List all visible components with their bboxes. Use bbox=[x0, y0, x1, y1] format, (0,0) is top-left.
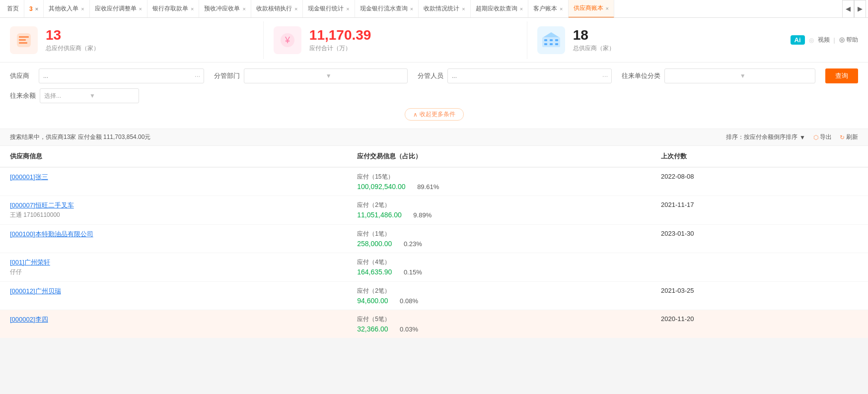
supplier-link-4[interactable]: [001]广州荣轩 bbox=[10, 259, 50, 266]
supplier-input[interactable] bbox=[39, 72, 192, 79]
last-payment-cell-4 bbox=[651, 253, 868, 282]
refresh-icon: ↻ bbox=[840, 134, 845, 141]
dept-chevron-icon: ▼ bbox=[326, 72, 403, 79]
nav-tab-recv-stat-close[interactable]: × bbox=[462, 6, 465, 12]
supplier-link-2[interactable]: [000007]恒旺二手叉车 bbox=[10, 201, 74, 209]
tx-amount-value-5[interactable]: 94,600.00 bbox=[357, 297, 388, 305]
nav-tab-cash-flow-label: 现金银行流水查询 bbox=[360, 4, 408, 13]
nav-tab-cash-flow[interactable]: 现金银行流水查询 × bbox=[355, 0, 419, 18]
nav-tab-other-income[interactable]: 其他收入单 × bbox=[44, 0, 89, 18]
manager-input[interactable] bbox=[448, 72, 599, 79]
query-button[interactable]: 查询 bbox=[825, 68, 858, 83]
table-row: [001]广州荣轩 仔仔 应付（4笔） 164,635.90 0.15% bbox=[0, 253, 868, 282]
tx-amount-value-1[interactable]: 100,092,540.00 bbox=[357, 183, 405, 191]
nav-next-arrow[interactable]: ▶ bbox=[854, 0, 866, 18]
supplier-link-3[interactable]: [000100]本特勤油品有限公司 bbox=[10, 230, 93, 238]
supplier-cell-2: [000007]恒旺二手叉车 王通 17106110000 bbox=[0, 196, 347, 225]
nav-tab-other-income-label: 其他收入单 bbox=[49, 4, 78, 13]
table-header-row: 供应商信息 应付交易信息（占比） 上次付数 bbox=[0, 146, 868, 167]
nav-tab-supplier-book-close[interactable]: × bbox=[606, 5, 609, 11]
table-row: [000001]张三 应付（15笔） 100,092,540.00 89.61%… bbox=[0, 167, 868, 196]
refresh-button[interactable]: ↻ 刷新 bbox=[840, 133, 858, 141]
nav-tab-receipt-verify[interactable]: 收款核销执行 × bbox=[251, 0, 303, 18]
manager-dots-icon[interactable]: ··· bbox=[599, 72, 611, 80]
supplier-dots-icon[interactable]: ··· bbox=[192, 72, 204, 80]
nav-tab-bank-close[interactable]: × bbox=[191, 6, 194, 12]
nav-tab-advance-recv-close[interactable]: × bbox=[242, 6, 245, 12]
table-row: [000002]李四 应付（5笔） 32,366.00 0.03% 2020-1… bbox=[0, 310, 868, 338]
video-link[interactable]: 视频 bbox=[818, 36, 830, 44]
sort-select[interactable]: 排序：按应付余额倒序排序 ▼ bbox=[726, 133, 805, 141]
nav-tab-supplier-book[interactable]: 供应商账本 × bbox=[569, 0, 614, 18]
tx-cell-4: 应付（4笔） 164,635.90 0.15% bbox=[347, 253, 651, 282]
supplier-cell-5: [000012]广州贝瑞 bbox=[0, 282, 347, 310]
nav-tab-cash-stat-close[interactable]: × bbox=[346, 6, 349, 12]
tx-amount-value-3[interactable]: 258,000.00 bbox=[357, 240, 392, 248]
nav-tab-advance-recv-label: 预收冲应收单 bbox=[204, 4, 240, 13]
supplier-input-wrapper[interactable]: ··· bbox=[39, 68, 204, 83]
nav-tab-overdue-close[interactable]: × bbox=[520, 6, 523, 12]
nav-tab-home-label: 首页 bbox=[7, 4, 19, 13]
col-supplier-info: 供应商信息 bbox=[0, 146, 347, 167]
nav-tab-customer-book-close[interactable]: × bbox=[560, 6, 563, 12]
nav-tab-adjustment-close[interactable]: × bbox=[139, 6, 142, 12]
nav-tab-advance-recv[interactable]: 预收冲应收单 × bbox=[199, 0, 251, 18]
tx-label-6: 应付（5笔） bbox=[357, 315, 641, 324]
unit-type-dropdown[interactable]: ▼ bbox=[664, 68, 816, 83]
unit-type-field: 往来单位分类 ▼ bbox=[622, 68, 816, 83]
nav-tab-cash-flow-close[interactable]: × bbox=[410, 6, 413, 12]
data-table: 供应商信息 应付交易信息（占比） 上次付数 [000001]张三 应付（15笔）… bbox=[0, 146, 868, 338]
stat-payable-suppliers-icon bbox=[10, 26, 38, 54]
export-button[interactable]: ⬡ 导出 bbox=[813, 133, 832, 141]
nav-tab-recv-stat[interactable]: 收款情况统计 × bbox=[419, 0, 470, 18]
results-summary: 搜索结果中，供应商13家 应付金额 111,703,854.00元 bbox=[10, 133, 150, 141]
balance-dropdown[interactable]: 选择... ▼ bbox=[40, 88, 139, 103]
dept-dropdown[interactable]: ▼ bbox=[244, 68, 408, 83]
collapse-button[interactable]: ∧ 收起更多条件 bbox=[405, 108, 464, 121]
col-last-payment: 上次付数 bbox=[651, 146, 868, 167]
nav-tab-cash-stat[interactable]: 现金银行统计 × bbox=[303, 0, 355, 18]
nav-tab-bank[interactable]: 银行存取款单 × bbox=[147, 0, 199, 18]
nav-tab-adjustment[interactable]: 应收应付调整单 × bbox=[90, 0, 147, 18]
svg-rect-8 bbox=[550, 39, 553, 41]
stat-payable-suppliers-number: 13 bbox=[46, 27, 99, 43]
nav-tab-3-label: 3 bbox=[29, 5, 33, 12]
nav-tab-other-income-close[interactable]: × bbox=[81, 6, 84, 12]
nav-tab-customer-book[interactable]: 客户账本 × bbox=[528, 0, 568, 18]
nav-tab-3-close[interactable]: × bbox=[35, 6, 38, 12]
supplier-cell-4: [001]广州荣轩 仔仔 bbox=[0, 253, 347, 282]
ai-badge[interactable]: Ai bbox=[791, 35, 805, 45]
tx-amount-5: 94,600.00 0.08% bbox=[357, 297, 641, 305]
nav-tab-adjustment-label: 应收应付调整单 bbox=[95, 4, 137, 13]
search-row-2: 往来余额 选择... ▼ bbox=[10, 88, 858, 103]
supplier-cell-6: [000002]李四 bbox=[0, 310, 347, 338]
tx-amount-value-4[interactable]: 164,635.90 bbox=[357, 268, 392, 276]
results-actions: 排序：按应付余额倒序排序 ▼ ⬡ 导出 ↻ 刷新 bbox=[726, 133, 858, 141]
balance-label: 往来余额 bbox=[10, 91, 36, 100]
nav-tab-cash-stat-label: 现金银行统计 bbox=[308, 4, 344, 13]
stat-total-suppliers-number: 18 bbox=[573, 27, 615, 43]
stat-actions: Ai ◎ 视频 | ◎ 帮助 bbox=[791, 35, 868, 45]
supplier-link-6[interactable]: [000002]李四 bbox=[10, 316, 48, 323]
supplier-link-1[interactable]: [000001]张三 bbox=[10, 173, 48, 181]
tx-amount-value-2[interactable]: 11,051,486.00 bbox=[357, 211, 402, 219]
tx-amount-value-6[interactable]: 32,366.00 bbox=[357, 325, 388, 333]
nav-prev-arrow[interactable]: ◀ bbox=[842, 0, 854, 18]
stat-payable-amount-label: 应付合计（万） bbox=[309, 44, 371, 53]
supplier-sub-4: 仔仔 bbox=[10, 268, 337, 276]
nav-tab-home[interactable]: 首页 bbox=[2, 0, 24, 18]
supplier-link-5[interactable]: [000012]广州贝瑞 bbox=[10, 287, 61, 295]
sort-chevron-icon: ▼ bbox=[799, 134, 805, 141]
stat-total-suppliers: 18 总供应商（家） bbox=[527, 21, 791, 59]
supplier-field: 供应商 ··· bbox=[10, 68, 204, 83]
top-navigation: 首页 3 × 其他收入单 × 应收应付调整单 × 银行存取款单 × 预收冲应收单… bbox=[0, 0, 868, 18]
nav-tab-3[interactable]: 3 × bbox=[24, 0, 44, 18]
svg-rect-2 bbox=[19, 39, 26, 41]
collapse-label: 收起更多条件 bbox=[420, 110, 455, 119]
nav-tab-overdue[interactable]: 超期应收款查询 × bbox=[471, 0, 528, 18]
col-tx-info: 应付交易信息（占比） bbox=[347, 146, 651, 167]
nav-tab-receipt-verify-close[interactable]: × bbox=[294, 6, 297, 12]
help-link[interactable]: ◎ 帮助 bbox=[839, 36, 858, 44]
manager-input-wrapper[interactable]: ··· bbox=[447, 68, 612, 83]
nav-tab-bank-label: 银行存取款单 bbox=[152, 4, 188, 13]
